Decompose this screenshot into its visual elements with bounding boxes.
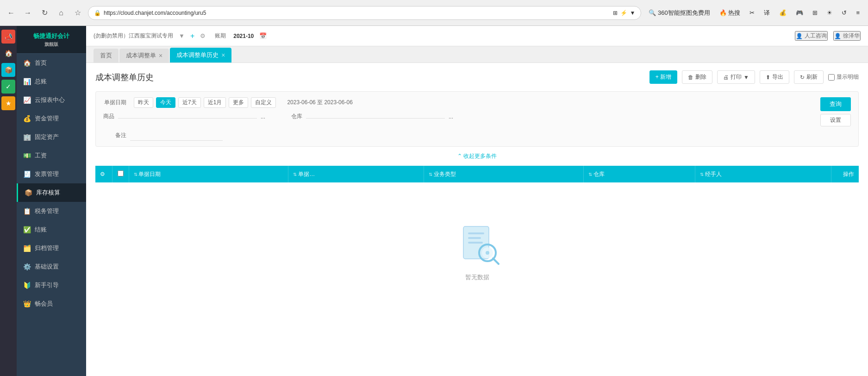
main-content: (勿删勿禁用）江西服宝测试专用 ▼ + ⚙ 账期 2021-10 📅 👤 人工咨… [86, 26, 868, 376]
user-btn[interactable]: 👤 徐泽华 [833, 31, 861, 41]
goods-select[interactable] [118, 114, 257, 119]
customer-service-btn[interactable]: 👤 人工咨询 [795, 31, 828, 41]
today-btn[interactable]: 今天 [156, 97, 175, 108]
print-btn[interactable]: 🖨 打印 ▼ [717, 70, 755, 84]
sidebar-item-closing[interactable]: ✅ 结账 [17, 220, 86, 239]
icon-bar-star[interactable]: ★ [1, 96, 15, 110]
sidebar-item-inventory[interactable]: 📦 库存核算 [17, 183, 86, 202]
sidebar-item-fixed-assets[interactable]: 🏢 固定资产 [17, 128, 86, 146]
warehouse-col-header[interactable]: ⇅ 仓库 [584, 166, 695, 182]
sidebar-item-label: 库存核算 [36, 188, 60, 197]
date-range-display: 2023-06-06 至 2023-06-06 [287, 99, 352, 107]
week-btn[interactable]: 近7天 [178, 97, 201, 108]
select-all-checkbox[interactable] [118, 170, 124, 176]
gear-col-header[interactable]: ⚙ [95, 166, 112, 182]
browser-chrome: ← → ↻ ⌂ ☆ 🔒 https://cloud.chanjet.com/ac… [0, 0, 868, 26]
wallet-btn[interactable]: 💰 [775, 7, 790, 18]
search-tool-btn[interactable]: 🔍 360智能抠图免费用 [645, 7, 713, 19]
tab-cost-adjust[interactable]: 成本调整单 × [119, 49, 169, 63]
delete-btn[interactable]: 🗑 删除 [682, 70, 712, 84]
icon-bar-home[interactable]: 🏠 [1, 46, 15, 60]
tab-cost-adjust-history-close[interactable]: × [221, 51, 225, 59]
more-btn[interactable]: 更多 [229, 97, 248, 108]
tab-cost-adjust-history[interactable]: 成本调整单历史 × [170, 48, 231, 63]
icon-bar-inventory[interactable]: 📦 [1, 63, 15, 77]
sidebar-item-home[interactable]: 🏠 首页 [17, 54, 86, 72]
no-data-text: 暂无数据 [465, 273, 489, 282]
grid-btn[interactable]: ⊞ [809, 7, 821, 18]
collapse-conditions-btn[interactable]: ⌃ 收起更多条件 [95, 152, 859, 160]
home-button[interactable]: ⌂ [55, 6, 68, 19]
icon-bar-check[interactable]: ✓ [1, 80, 15, 94]
sidebar-item-label: 发票管理 [35, 170, 59, 178]
game-btn[interactable]: 🎮 [792, 7, 807, 18]
sidebar-item-member[interactable]: 👑 畅会员 [17, 295, 86, 313]
sidebar-item-label: 首页 [35, 59, 47, 67]
lock-icon: 🔒 [94, 10, 101, 16]
tab-cost-adjust-close[interactable]: × [159, 52, 162, 59]
show-cols-checkbox[interactable] [828, 74, 835, 81]
filter-settings-btn[interactable]: 设置 [820, 114, 851, 126]
new-btn[interactable]: + 新增 [649, 70, 677, 84]
check-col-header[interactable] [112, 166, 129, 182]
translate-btn[interactable]: 译 [760, 7, 774, 19]
browser-tools: 🔍 360智能抠图免费用 🔥 热搜 ✂ 译 💰 🎮 ⊞ ☀ ↺ ≡ [645, 7, 863, 19]
menu-btn[interactable]: ≡ [852, 7, 863, 18]
date-col-header[interactable]: ⇅ 单据日期 [129, 166, 288, 182]
brightness-btn[interactable]: ☀ [823, 7, 836, 18]
query-btn[interactable]: 查询 [820, 97, 851, 111]
handler-col-header[interactable]: ⇅ 经手人 [695, 166, 831, 182]
scissors-btn[interactable]: ✂ [746, 7, 758, 18]
sidebar-item-label: 资金管理 [35, 114, 59, 123]
app-container: 📣 🏠 📦 ✓ ★ 畅捷通好会计 旗舰版 🏠 首页 📊 总账 📈 云报表中心 [0, 26, 868, 376]
user-avatar-icon: 👤 [834, 33, 841, 39]
sidebar-item-basic-settings[interactable]: ⚙️ 基础设置 [17, 257, 86, 276]
goods-more-btn[interactable]: ... [261, 113, 265, 120]
sidebar-item-payroll[interactable]: 💵 工资 [17, 146, 86, 165]
sidebar-item-funds[interactable]: 💰 资金管理 [17, 109, 86, 128]
back-button[interactable]: ← [5, 6, 18, 19]
sidebar-item-reports[interactable]: 📈 云报表中心 [17, 91, 86, 109]
sidebar-menu: 🏠 首页 📊 总账 📈 云报表中心 💰 资金管理 🏢 固定资产 💵 工资 [17, 54, 86, 376]
remark-input[interactable] [130, 130, 223, 141]
svg-rect-3 [468, 242, 483, 244]
date-sort-icon: ⇅ [134, 172, 139, 177]
lightning-icon: ⚡ [620, 10, 627, 16]
icon-bar-notifications[interactable]: 📣 [1, 30, 15, 44]
number-col-header[interactable]: ⇅ 单据… [288, 166, 424, 182]
custom-btn[interactable]: 自定义 [251, 97, 276, 108]
handler-sort-icon: ⇅ [700, 172, 705, 177]
calendar-icon[interactable]: 📅 [259, 32, 267, 39]
hot-search-btn[interactable]: 🔥 热搜 [716, 7, 744, 19]
biztype-col-header[interactable]: ⇅ 业务类型 [424, 166, 584, 182]
home-icon: 🏠 [23, 59, 31, 67]
sidebar-item-archive[interactable]: 🗂️ 归档管理 [17, 239, 86, 257]
invoice-icon: 🧾 [23, 170, 31, 178]
undo-btn[interactable]: ↺ [838, 7, 850, 18]
export-btn[interactable]: ⬆ 导出 [760, 70, 789, 84]
closing-icon: ✅ [23, 226, 31, 233]
show-cols-label[interactable]: 显示明细 [828, 73, 859, 81]
number-sort-icon: ⇅ [293, 172, 298, 177]
month-btn[interactable]: 近1月 [204, 97, 226, 108]
reload-button[interactable]: ↻ [38, 6, 51, 19]
tab-home[interactable]: 首页 [94, 49, 119, 63]
dropdown-arrow[interactable]: ▼ [179, 32, 185, 39]
sidebar-item-tax[interactable]: 📋 税务管理 [17, 202, 86, 220]
settings-icon[interactable]: ⚙ [200, 32, 206, 39]
add-company-btn[interactable]: + [190, 32, 194, 40]
warehouse-more-btn[interactable]: ... [449, 113, 453, 120]
sidebar-item-ledger[interactable]: 📊 总账 [17, 72, 86, 91]
warehouse-select[interactable] [306, 114, 445, 119]
inventory-icon: 📦 [25, 189, 32, 196]
page-actions: + 新增 🗑 删除 🖨 打印 ▼ ⬆ 导出 ↻ [649, 70, 859, 84]
sidebar: 畅捷通好会计 旗舰版 🏠 首页 📊 总账 📈 云报表中心 💰 资金管理 🏢 [17, 26, 86, 376]
address-bar[interactable]: 🔒 https://cloud.chanjet.com/accounting/u… [88, 6, 641, 20]
refresh-btn[interactable]: ↻ 刷新 [794, 70, 824, 84]
yesterday-btn[interactable]: 昨天 [134, 97, 153, 108]
sidebar-item-invoice[interactable]: 🧾 发票管理 [17, 165, 86, 183]
forward-button[interactable]: → [21, 6, 34, 19]
bookmark-button[interactable]: ☆ [71, 6, 84, 19]
sidebar-item-new-guide[interactable]: 🔰 新手引导 [17, 276, 86, 295]
logo-name: 畅捷通好会计 [33, 32, 69, 40]
